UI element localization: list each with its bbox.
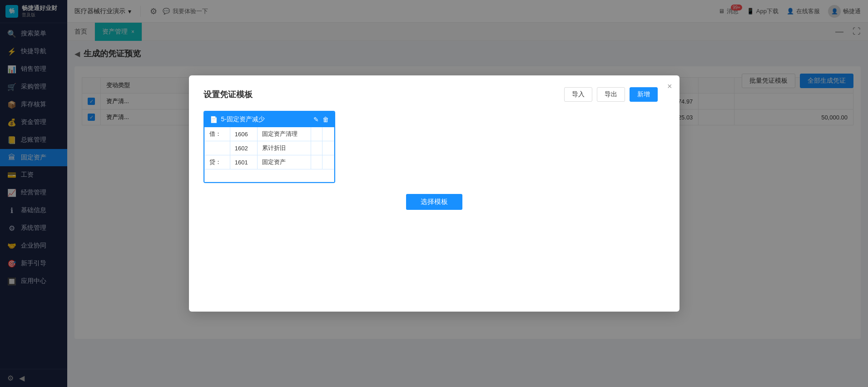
entry-credit xyxy=(322,127,334,141)
modal: × 设置凭证模板 导入 导出 新增 📄 5-固定资产减少 ✎ 🗑 xyxy=(189,75,680,312)
template-entries-table: 借： 1606 固定资产清理 1602 累计折旧 贷： 1601 固定资产 xyxy=(204,127,334,182)
template-entry-row: 贷： 1601 固定资产 xyxy=(204,155,334,169)
select-template-button[interactable]: 选择模板 xyxy=(406,194,462,210)
entry-credit xyxy=(322,155,334,169)
export-button[interactable]: 导出 xyxy=(597,87,625,102)
template-delete-icon[interactable]: 🗑 xyxy=(322,116,329,123)
entry-direction xyxy=(204,141,230,155)
modal-toolbar: 导入 导出 新增 xyxy=(564,87,658,102)
modal-close-button[interactable]: × xyxy=(667,82,672,91)
entry-debit xyxy=(311,127,322,141)
import-button[interactable]: 导入 xyxy=(564,87,592,102)
entry-name: 固定资产 xyxy=(257,155,311,169)
template-edit-icon[interactable]: ✎ xyxy=(313,116,319,123)
template-entry-row: 1602 累计折旧 xyxy=(204,141,334,155)
template-card[interactable]: 📄 5-固定资产减少 ✎ 🗑 借： 1606 固定资产清理 1602 xyxy=(203,111,335,183)
template-id-label: 5-固定资产减少 xyxy=(221,115,265,124)
entry-name: 累计折旧 xyxy=(257,141,311,155)
template-list: 📄 5-固定资产减少 ✎ 🗑 借： 1606 固定资产清理 1602 xyxy=(203,111,665,183)
new-button[interactable]: 新增 xyxy=(630,87,658,102)
template-card-actions: ✎ 🗑 xyxy=(313,116,329,123)
template-entry-row-empty xyxy=(204,169,334,182)
entry-direction: 贷： xyxy=(204,155,230,169)
template-card-header: 📄 5-固定资产减少 ✎ 🗑 xyxy=(204,112,334,127)
entry-code: 1601 xyxy=(230,155,257,169)
entry-code: 1602 xyxy=(230,141,257,155)
entry-direction: 借： xyxy=(204,127,230,141)
entry-debit xyxy=(311,155,322,169)
entry-credit xyxy=(322,141,334,155)
entry-code: 1606 xyxy=(230,127,257,141)
entry-name: 固定资产清理 xyxy=(257,127,311,141)
template-card-body: 借： 1606 固定资产清理 1602 累计折旧 贷： 1601 固定资产 xyxy=(204,127,334,182)
template-card-header-left: 📄 5-固定资产减少 xyxy=(210,115,265,124)
template-doc-icon: 📄 xyxy=(210,116,218,123)
template-entry-row: 借： 1606 固定资产清理 xyxy=(204,127,334,141)
entry-debit xyxy=(311,141,322,155)
modal-overlay: × 设置凭证模板 导入 导出 新增 📄 5-固定资产减少 ✎ 🗑 xyxy=(0,0,868,387)
